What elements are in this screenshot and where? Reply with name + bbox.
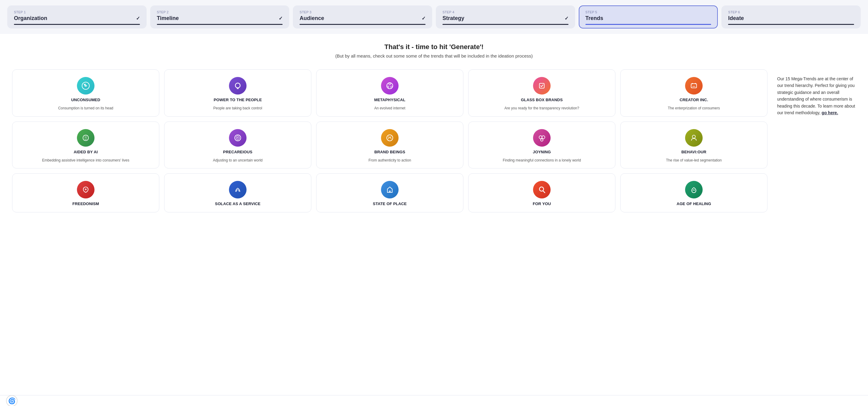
trend-card-solace-as-a-service[interactable]: SOLACE AS A SERVICE	[164, 173, 311, 212]
trend-icon-metaphysical	[381, 77, 399, 94]
trend-icon-brand-beings	[381, 129, 399, 147]
trend-desc-unconsumed: Consumption is turned on its head	[58, 106, 113, 111]
trend-card-unconsumed[interactable]: UNCONSUMED Consumption is turned on its …	[12, 69, 159, 117]
trend-desc-metaphysical: An evolved internet	[374, 106, 406, 111]
check-icon: ✓	[422, 16, 426, 21]
page-headline: That's it - time to hit 'Generate'!	[12, 43, 856, 51]
svg-point-14	[387, 135, 393, 141]
svg-rect-8	[691, 84, 696, 88]
trend-icon-precareious	[229, 129, 247, 147]
trend-desc-behaviour: The rise of value-led segmentation	[666, 158, 722, 163]
trend-desc-creator-inc: The enterprization of consumers	[668, 106, 720, 111]
svg-point-21	[85, 188, 87, 190]
trend-card-freedonism[interactable]: FREEDONISM	[12, 173, 159, 212]
trend-card-joyning[interactable]: JOYNING Finding meaningful connections i…	[468, 121, 615, 169]
step-step4[interactable]: STEP 4 Strategy ✓	[436, 5, 575, 28]
main-content: That's it - time to hit 'Generate'! (But…	[0, 34, 868, 404]
step-label: STEP 4	[442, 10, 568, 14]
step-label: STEP 5	[585, 10, 711, 14]
trend-name-metaphysical: METAPHYSICAL	[374, 97, 405, 103]
step-step3[interactable]: STEP 3 Audience ✓	[293, 5, 432, 28]
svg-rect-2	[237, 88, 239, 89]
svg-point-15	[389, 136, 390, 137]
trend-name-freedonism: FREEDONISM	[72, 202, 99, 207]
trend-desc-aided-by-ai: Embedding assistive intelligence into co…	[42, 158, 129, 163]
trend-name-precareious: PRECAREIOUS	[223, 150, 253, 155]
check-icon: ✓	[279, 16, 283, 21]
sidebar-text: Our 15 Mega-Trends are at the center of …	[777, 76, 855, 115]
trend-card-metaphysical[interactable]: METAPHYSICAL An evolved internet	[316, 69, 463, 117]
trend-icon-age-of-healing	[685, 181, 703, 199]
trend-desc-precareious: Adjusting to an uncertain world	[213, 158, 262, 163]
trend-desc-joyning: Finding meaningful connections in a lone…	[503, 158, 581, 163]
step-title: Strategy	[442, 15, 464, 22]
trend-name-glass-box-brands: GLASS BOX BRANDS	[521, 97, 563, 103]
trend-icon-for-you	[533, 181, 551, 199]
trends-sidebar: Our 15 Mega-Trends are at the center of …	[777, 69, 856, 116]
step-step2[interactable]: STEP 2 Timeline ✓	[150, 5, 289, 28]
svg-point-20	[692, 135, 695, 138]
trend-card-precareious[interactable]: PRECAREIOUS Adjusting to an uncertain wo…	[164, 121, 311, 169]
trend-card-state-of-place[interactable]: STATE OF PLACE	[316, 173, 463, 212]
step-title: Organization	[14, 15, 47, 22]
svg-point-19	[540, 139, 543, 141]
svg-rect-7	[539, 83, 544, 88]
svg-point-13	[237, 137, 238, 139]
trend-desc-power-to-the-people: People are taking back control	[213, 106, 262, 111]
trend-name-for-you: FOR YOU	[533, 202, 551, 207]
step-label: STEP 3	[300, 10, 426, 14]
svg-point-1	[235, 83, 240, 88]
trend-icon-behaviour	[685, 129, 703, 147]
step-divider	[585, 24, 711, 25]
trend-name-creator-inc: CREATOR INC.	[680, 97, 708, 103]
trend-card-for-you[interactable]: FOR YOU	[468, 173, 615, 212]
trend-name-joyning: JOYNING	[533, 150, 551, 155]
trend-name-solace-as-a-service: SOLACE AS A SERVICE	[215, 202, 260, 207]
step-divider	[728, 24, 854, 25]
step-title: Audience	[300, 15, 324, 22]
step-title: Trends	[585, 15, 603, 22]
page-subheadline: (But by all means, check out some some o…	[12, 53, 856, 58]
trend-card-power-to-the-people[interactable]: POWER TO THE PEOPLE People are taking ba…	[164, 69, 311, 117]
trend-desc-glass-box-brands: Are you ready for the transparency revol…	[504, 106, 579, 111]
trend-name-state-of-place: STATE OF PLACE	[373, 202, 407, 207]
svg-point-16	[391, 136, 391, 137]
sidebar-link[interactable]: go here.	[822, 110, 838, 115]
step-label: STEP 1	[14, 10, 140, 14]
check-icon: ✓	[564, 16, 568, 21]
trend-icon-solace-as-a-service	[229, 181, 247, 199]
stepper: STEP 1 Organization ✓ STEP 2 Timeline ✓ …	[0, 0, 868, 34]
bottom-bar: 🌀	[0, 395, 868, 406]
step-step6[interactable]: STEP 6 Ideate	[721, 5, 861, 28]
step-title: Ideate	[728, 15, 744, 22]
step-divider	[300, 24, 426, 25]
step-divider	[14, 24, 140, 25]
check-icon: ✓	[136, 16, 140, 21]
trend-icon-aided-by-ai	[77, 129, 94, 147]
step-divider	[442, 24, 568, 25]
trend-card-aided-by-ai[interactable]: AIDED BY AI Embedding assistive intellig…	[12, 121, 159, 169]
trend-card-brand-beings[interactable]: BRAND BEINGS From authenticity to action	[316, 121, 463, 169]
trend-card-behaviour[interactable]: BEHAVI:OUR The rise of value-led segment…	[620, 121, 768, 169]
trend-desc-brand-beings: From authenticity to action	[369, 158, 411, 163]
trend-icon-state-of-place	[381, 181, 399, 199]
step-label: STEP 2	[157, 10, 283, 14]
trend-icon-power-to-the-people	[229, 77, 247, 94]
trends-layout: UNCONSUMED Consumption is turned on its …	[12, 69, 856, 212]
step-step1[interactable]: STEP 1 Organization ✓	[7, 5, 147, 28]
step-divider	[157, 24, 283, 25]
svg-point-4	[389, 83, 391, 85]
trend-card-age-of-healing[interactable]: AGE OF HEALING	[620, 173, 768, 212]
trend-name-power-to-the-people: POWER TO THE PEOPLE	[214, 97, 262, 103]
step-step5[interactable]: STEP 5 Trends	[579, 5, 718, 28]
trends-grid: UNCONSUMED Consumption is turned on its …	[12, 69, 768, 212]
step-label: STEP 6	[728, 10, 854, 14]
trend-icon-creator-inc	[685, 77, 703, 94]
svg-line-24	[543, 191, 545, 193]
svg-rect-22	[389, 191, 391, 193]
trend-card-glass-box-brands[interactable]: GLASS BOX BRANDS Are you ready for the t…	[468, 69, 615, 117]
trend-icon-glass-box-brands	[533, 77, 551, 94]
trend-icon-joyning	[533, 129, 551, 147]
trend-card-creator-inc[interactable]: CREATOR INC. The enterprization of consu…	[620, 69, 768, 117]
trend-name-behaviour: BEHAVI:OUR	[681, 150, 707, 155]
